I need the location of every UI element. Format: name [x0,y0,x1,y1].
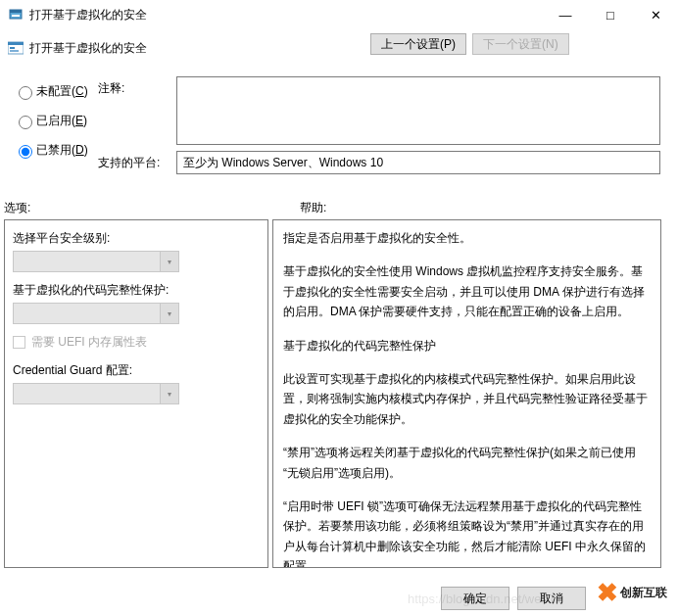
credential-guard-label: Credential Guard 配置: [13,362,260,379]
ok-button[interactable]: 确定 [441,587,509,610]
code-integrity-label: 基于虚拟化的代码完整性保护: [13,282,260,299]
comment-textbox[interactable] [176,76,660,145]
radio-disabled-label: 已禁用(D) [36,142,88,159]
state-radio-group: 未配置(C) 已启用(E) 已禁用(D) [14,76,88,165]
uefi-checkbox[interactable] [13,336,25,349]
help-paragraph: 基于虚拟化的安全性使用 Windows 虚拟机监控程序支持安全服务。基于虚拟化的… [283,261,651,321]
policy-title: 打开基于虚拟化的安全 [29,40,147,57]
help-panel[interactable]: 指定是否启用基于虚拟化的安全性。 基于虚拟化的安全性使用 Windows 虚拟机… [272,219,661,568]
help-paragraph: 基于虚拟化的代码完整性保护 [283,336,651,355]
header-row: 打开基于虚拟化的安全 上一个设置(P) 下一个设置(N) [8,33,670,63]
chevron-down-icon[interactable]: ▾ [160,251,179,272]
policy-icon [8,40,24,56]
help-section-label: 帮助: [300,200,326,216]
maximize-button[interactable]: □ [588,0,633,29]
radio-disabled-input[interactable] [19,145,32,159]
prev-setting-button[interactable]: 上一个设置(P) [370,33,466,55]
radio-disabled[interactable]: 已禁用(D) [14,135,88,165]
chevron-down-icon[interactable]: ▾ [160,303,179,324]
radio-not-configured-label: 未配置(C) [36,83,88,100]
minimize-button[interactable]: — [543,0,588,29]
nav-buttons: 上一个设置(P) 下一个设置(N) [370,33,569,55]
help-paragraph: “禁用”选项将远程关闭基于虚拟化的代码完整性保护(如果之前已使用“无锁启用”选项… [283,443,651,483]
window-title: 打开基于虚拟化的安全 [29,7,543,24]
radio-not-configured[interactable]: 未配置(C) [14,76,88,106]
radio-enabled-input[interactable] [19,116,32,129]
help-paragraph: 指定是否启用基于虚拟化的安全性。 [283,228,651,248]
svg-rect-2 [12,15,20,17]
credential-guard-combo[interactable]: ▾ [13,383,179,404]
title-bar: 打开基于虚拟化的安全 — □ ✕ [0,0,678,29]
help-paragraph: 此设置可实现基于虚拟化的内核模式代码完整性保护。如果启用此设置，则将强制实施内核… [283,369,651,429]
svg-rect-1 [10,10,22,13]
cancel-button[interactable]: 取消 [517,587,586,610]
svg-rect-5 [10,47,15,49]
chevron-down-icon[interactable]: ▾ [160,383,179,404]
uefi-checkbox-label: 需要 UEFI 内存属性表 [31,334,147,351]
prev-setting-label: 上一个设置(P) [381,36,456,53]
platform-value: 至少为 Windows Server、Windows 10 [176,151,660,174]
uefi-checkbox-row[interactable]: 需要 UEFI 内存属性表 [13,334,260,351]
radio-not-configured-input[interactable] [19,86,32,100]
options-section-label: 选项: [4,200,30,216]
close-button[interactable]: ✕ [633,0,678,29]
platform-security-combo-body[interactable] [13,251,160,272]
platform-label: 支持的平台: [98,155,160,171]
help-paragraph: “启用时带 UEFI 锁”选项可确保无法远程禁用基于虚拟化的代码完整性保护。若要… [283,497,651,568]
comment-label: 注释: [98,80,124,97]
credential-guard-combo-body[interactable] [13,383,160,404]
radio-enabled[interactable]: 已启用(E) [14,106,88,135]
footer-buttons: 确定 取消 [0,587,678,610]
code-integrity-combo-body[interactable] [13,303,160,324]
svg-rect-4 [8,42,24,45]
app-icon [8,7,24,23]
radio-enabled-label: 已启用(E) [36,113,87,129]
options-panel: 选择平台安全级别: ▾ 基于虚拟化的代码完整性保护: ▾ 需要 UEFI 内存属… [4,219,268,568]
platform-security-combo[interactable]: ▾ [13,251,179,272]
next-setting-button: 下一个设置(N) [472,33,569,55]
code-integrity-combo[interactable]: ▾ [13,303,179,324]
svg-rect-6 [10,50,19,52]
platform-security-label: 选择平台安全级别: [13,230,260,247]
next-setting-label: 下一个设置(N) [483,36,558,53]
